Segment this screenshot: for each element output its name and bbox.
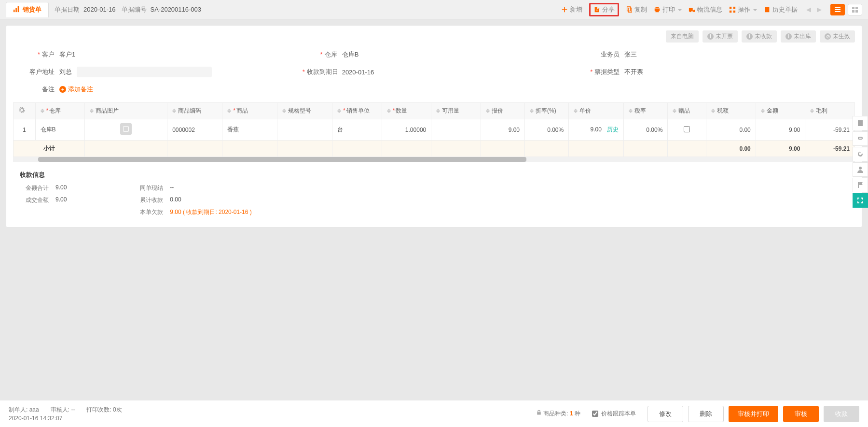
status-receipt: i未收款 [742, 30, 777, 43]
table-horizontal-scrollbar[interactable] [13, 157, 855, 162]
svg-rect-6 [733, 6, 735, 8]
col-profit[interactable]: 毛利 [805, 103, 855, 119]
col-price[interactable]: 报价 [481, 103, 524, 119]
dock-user-icon[interactable] [853, 162, 868, 177]
dock-expand-icon[interactable] [853, 193, 868, 208]
doc-no-label: 单据编号 [122, 5, 147, 14]
col-unit[interactable]: *销售单位 [332, 103, 382, 119]
status-effect: ⊘未生效 [820, 30, 855, 43]
add-remark-button[interactable]: + 添加备注 [59, 85, 93, 94]
history-button[interactable]: 历史单据 [764, 5, 798, 14]
audit-button[interactable]: 审核 [783, 406, 819, 422]
svg-point-16 [859, 167, 862, 170]
col-code[interactable]: 商品编码 [167, 103, 222, 119]
table-row[interactable]: 1 仓库B 0000002 香蕉 台 1.00000 9.00 0.00% 9.… [14, 119, 855, 141]
col-qty[interactable]: *数量 [382, 103, 431, 119]
new-button[interactable]: 新增 [561, 5, 582, 14]
svg-rect-2 [18, 6, 19, 12]
tab-sales-order[interactable]: 销货单 [6, 2, 49, 17]
col-product[interactable]: *商品 [222, 103, 277, 119]
cell-index: 1 [14, 119, 36, 141]
cell-code: 0000002 [167, 119, 222, 141]
due-date-value[interactable]: 2020-01-16 [342, 69, 374, 76]
copy-button[interactable]: 复制 [626, 5, 647, 14]
doc-date-label: 单据日期 [55, 5, 80, 14]
dock-flag-icon[interactable] [853, 178, 868, 192]
status-invoice: i未开票 [703, 30, 738, 43]
col-tax-amt[interactable]: 税额 [706, 103, 756, 119]
svg-rect-14 [852, 10, 854, 13]
field-customer: *客户 客户1 [20, 50, 283, 59]
col-avail[interactable]: 可用量 [431, 103, 481, 119]
footer-timestamp: 2020-01-16 14:32:07 [9, 415, 122, 422]
items-table: *仓库 商品图片 商品编码 *商品 规格型号 *销售单位 *数量 可用量 报价 … [13, 102, 855, 157]
cell-unit: 台 [332, 119, 382, 141]
cell-avail [431, 119, 481, 141]
svg-rect-1 [15, 8, 17, 12]
field-remark: 备注 + 添加备注 [20, 85, 283, 94]
svg-rect-7 [730, 10, 731, 12]
address-redacted [77, 67, 212, 77]
col-image[interactable]: 商品图片 [85, 103, 167, 119]
next-record-button[interactable]: ▶ [815, 6, 824, 13]
cell-qty: 1.00000 [382, 119, 431, 141]
print-button[interactable]: 打印 [654, 5, 682, 14]
svg-rect-11 [835, 11, 840, 12]
col-settings[interactable] [14, 103, 36, 119]
col-discount[interactable]: 折率(%) [525, 103, 569, 119]
status-source: 来自电脑 [666, 30, 699, 43]
payment-info: 收款信息 金额合计9.00 成交金额9.00 同单现结-- 累计收款0.00 本… [6, 162, 862, 222]
svg-rect-0 [14, 9, 15, 12]
price-track-checkbox[interactable]: 价格跟踪本单 [592, 410, 636, 418]
subtotal-row: 小计 0.00 9.00 -59.21 [14, 141, 855, 157]
cell-warehouse: 仓库B [35, 119, 85, 141]
cell-product: 香蕉 [222, 119, 277, 141]
chart-icon [13, 6, 20, 14]
delete-button[interactable]: 删除 [688, 406, 724, 422]
dock-link-icon[interactable] [853, 131, 868, 146]
svg-rect-12 [852, 7, 854, 9]
field-invoice-type: *票据类型 不开票 [585, 67, 848, 77]
svg-rect-10 [835, 9, 840, 10]
cell-image [85, 119, 167, 141]
address-prefix: 刘总 [59, 68, 72, 76]
status-outbound: i未出库 [781, 30, 816, 43]
gift-checkbox[interactable] [684, 126, 690, 132]
topbar: 销货单 单据日期 2020-01-16 单据编号 SA-20200116-003… [0, 0, 868, 19]
svg-rect-5 [730, 6, 731, 8]
col-spec[interactable]: 规格型号 [277, 103, 332, 119]
field-salesman: 业务员 张三 [585, 50, 848, 59]
operate-button[interactable]: 操作 [729, 5, 757, 14]
view-list-button[interactable] [830, 4, 845, 15]
prev-record-button[interactable]: ◀ [804, 6, 813, 13]
audit-print-button[interactable]: 审核并打印 [729, 406, 778, 422]
svg-rect-8 [733, 10, 735, 12]
svg-rect-4 [628, 8, 632, 12]
warehouse-value[interactable]: 仓库B [342, 50, 359, 59]
field-warehouse: *仓库 仓库B [303, 50, 566, 59]
cell-gift[interactable] [668, 119, 706, 141]
cell-amount: 9.00 [756, 119, 805, 141]
cell-price: 9.00 [481, 119, 524, 141]
logistics-button[interactable]: 物流信息 [689, 5, 722, 14]
share-button[interactable]: 分享 [589, 3, 619, 16]
cell-tax-amt: 0.00 [706, 119, 756, 141]
field-due-date: *收款到期日 2020-01-16 [303, 67, 566, 77]
cell-profit: -59.21 [805, 119, 855, 141]
footer-bar: 制单人: aaa 审核人: -- 打印次数: 0次 2020-01-16 14:… [0, 400, 868, 427]
col-gift[interactable]: 赠品 [668, 103, 706, 119]
dock-note-icon[interactable] [853, 116, 868, 130]
invoice-type-value[interactable]: 不开票 [624, 68, 643, 76]
price-history-link[interactable]: 历史 [607, 126, 619, 133]
col-amount[interactable]: 金额 [756, 103, 805, 119]
col-tax[interactable]: 税率 [624, 103, 668, 119]
view-card-button[interactable] [848, 4, 862, 15]
doc-date-value: 2020-01-16 [83, 6, 116, 13]
modify-button[interactable]: 修改 [648, 406, 683, 422]
dock-refresh-icon[interactable] [853, 147, 868, 161]
col-warehouse[interactable]: *仓库 [35, 103, 85, 119]
salesman-value[interactable]: 张三 [624, 50, 637, 59]
customer-value[interactable]: 客户1 [59, 50, 75, 59]
cell-tax: 0.00% [624, 119, 668, 141]
col-unit-price[interactable]: 单价 [569, 103, 624, 119]
